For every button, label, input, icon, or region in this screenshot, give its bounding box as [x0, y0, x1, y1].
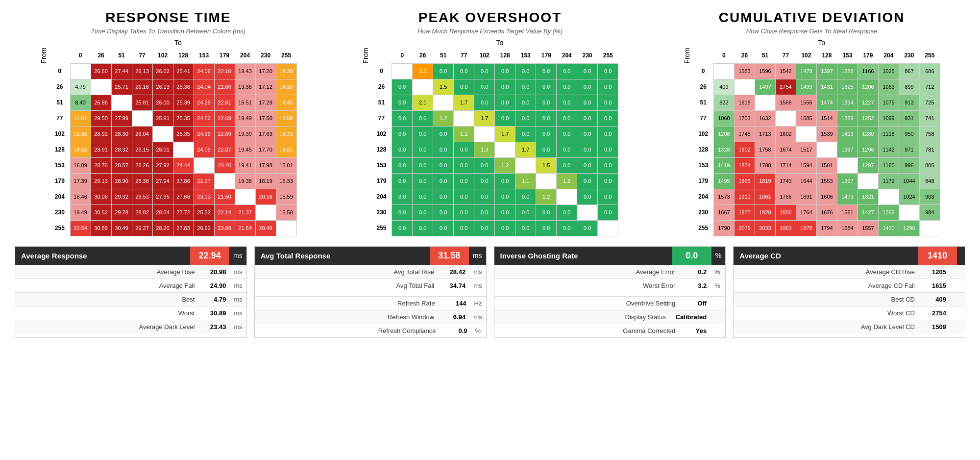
matrix-cell: 1397	[816, 63, 837, 79]
matrix-cell: 19.38	[235, 173, 255, 189]
matrix-row-header: 51	[49, 95, 70, 110]
matrix-cell: 0.0	[433, 189, 454, 204]
stats-row-label: Refresh Window	[255, 310, 440, 324]
matrix-cell: 0.0	[454, 173, 474, 189]
rt-avg-value: 22.94	[190, 247, 229, 265]
matrix-cell: 1788	[755, 157, 775, 173]
matrix-cell: 20.26	[214, 157, 235, 173]
matrix-cell: 1834	[734, 157, 755, 173]
matrix-row-header: 128	[693, 142, 713, 157]
stats-row-value: 144	[441, 297, 470, 310]
matrix-header: 102	[152, 48, 173, 63]
matrix-cell: 21.50	[214, 189, 235, 204]
peak-overshoot-from-label: From	[362, 48, 369, 64]
peak-overshoot-section: PEAK OVERSHOOT How Much Response Exceeds…	[332, 10, 649, 236]
matrix-cell	[816, 142, 837, 157]
matrix-cell: 15.59	[276, 189, 296, 204]
matrix-cell: 28.92	[91, 126, 111, 142]
matrix-cell: 26.02	[152, 63, 173, 79]
stats-row-value: 30.89	[200, 307, 230, 320]
matrix-cell: 0.0	[392, 220, 413, 236]
stats-row-value: 1615	[921, 279, 950, 292]
matrix-cell: 1413	[837, 126, 858, 142]
matrix-row-header: 26	[371, 79, 392, 95]
matrix-row-header: 230	[693, 204, 713, 220]
matrix-cell: 0.0	[392, 110, 413, 126]
stats-row-value: 2754	[921, 307, 950, 320]
stats-row-label: Best CD	[734, 293, 921, 306]
matrix-cell: 15.33	[276, 173, 296, 189]
matrix-cell: 0.0	[557, 63, 577, 79]
stats-row-unit: ms	[469, 279, 486, 292]
matrix-cell: 28.82	[132, 204, 152, 220]
matrix-cell: 0.0	[474, 204, 495, 220]
stats-row-unit: %	[471, 324, 486, 337]
matrix-cell: 28.20	[152, 220, 173, 236]
response-time-table: 0265177102128153179204230255026.6027.442…	[49, 48, 297, 236]
matrix-cell: 28.38	[132, 173, 152, 189]
matrix-header: 179	[214, 48, 235, 63]
matrix-row-header: 153	[371, 157, 392, 173]
matrix-cell: 0.0	[536, 204, 557, 220]
matrix-cell: 1794	[816, 220, 837, 236]
matrix-cell	[255, 204, 276, 220]
matrix-cell: 1.7	[474, 110, 495, 126]
matrix-cell: 0.0	[536, 110, 557, 126]
matrix-cell: 1430	[878, 220, 899, 236]
stats-row-label: Average Rise	[15, 265, 200, 279]
matrix-cell: 0.0	[515, 63, 536, 79]
matrix-cell: 0.0	[577, 157, 598, 173]
stats-spacer	[494, 292, 726, 296]
rt-avg-unit: ms	[229, 248, 246, 263]
matrix-cell: 1.7	[495, 126, 515, 142]
matrix-cell: 0.0	[598, 173, 618, 189]
matrix-cell: 1743	[775, 173, 796, 189]
matrix-cell: 0.0	[474, 63, 495, 79]
rt-avg-label: Average Response	[15, 248, 190, 264]
matrix-cell: 1321	[858, 189, 878, 204]
response-time-section: RESPONSE TIME Time Display Takes To Tran…	[10, 10, 327, 236]
matrix-cell: 0.0	[413, 204, 433, 220]
matrix-cell: 0.0	[557, 110, 577, 126]
matrix-cell: 25.35	[173, 126, 194, 142]
matrix-cell: 15.50	[276, 204, 296, 220]
matrix-row-header: 102	[693, 126, 713, 142]
matrix-cell: 8.40	[70, 95, 91, 110]
matrix-header: 51	[755, 48, 775, 63]
matrix-cell: 17.29	[255, 95, 276, 110]
matrix-cell: 1397	[837, 173, 858, 189]
matrix-cell: 1297	[858, 157, 878, 173]
matrix-cell: 0.0	[454, 142, 474, 157]
matrix-cell: 17.98	[255, 157, 276, 173]
ig-rate-unit: %	[711, 248, 725, 263]
matrix-row-header: 153	[693, 157, 713, 173]
matrix-cell: 1790	[713, 220, 734, 236]
matrix-cell: 1568	[775, 95, 796, 110]
matrix-cell: 0.0	[495, 220, 515, 236]
stats-row-value: 1509	[921, 320, 950, 333]
matrix-cell: 1963	[775, 220, 796, 236]
stats-data-row: Best4.79ms	[15, 292, 246, 306]
response-time-to-label: To	[40, 39, 297, 47]
peak-overshoot-matrix-area: From 026517710212815317920423025503.20.0…	[362, 48, 619, 236]
matrix-cell: 22.14	[214, 204, 235, 220]
stats-row-unit	[950, 307, 965, 320]
matrix-cell: 0.0	[454, 157, 474, 173]
matrix-header: 128	[173, 48, 194, 63]
matrix-cell	[919, 220, 940, 236]
matrix-cell: 19.43	[235, 63, 255, 79]
peak-overshoot-to-label: To	[362, 39, 619, 47]
matrix-row-header: 204	[371, 189, 392, 204]
response-time-stats: Average Response 22.94 ms Average Rise20…	[15, 246, 247, 338]
stats-row-unit	[950, 279, 965, 292]
matrix-cell: 0.0	[598, 79, 618, 95]
matrix-cell: 1142	[878, 142, 899, 157]
peak-overshoot-matrix: To From 026517710212815317920423025503.2…	[362, 39, 619, 236]
peak-overshoot-from-container: From	[362, 48, 369, 66]
matrix-cell	[413, 79, 433, 95]
matrix-cell: 1063	[878, 79, 899, 95]
matrix-cell: 1556	[796, 95, 816, 110]
stats-row: Average Response 22.94 ms Average Rise20…	[10, 246, 970, 338]
matrix-header: 179	[858, 48, 878, 63]
matrix-cell: 0.0	[392, 142, 413, 157]
